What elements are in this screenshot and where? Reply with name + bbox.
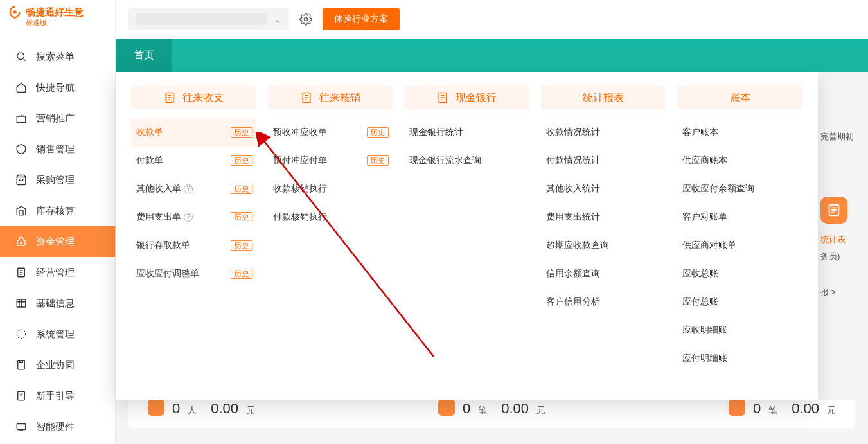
submenu-item[interactable]: 应收总账 (677, 260, 802, 288)
submenu-item-label: 收款单 (136, 127, 163, 138)
history-tag[interactable]: 历史 (367, 155, 389, 166)
nav-icon (15, 205, 27, 217)
submenu-item[interactable]: 费用支出统计 (541, 203, 666, 231)
submenu-item[interactable]: 收款情况统计 (541, 118, 666, 147)
submenu-item[interactable]: 付款核销执行 (268, 203, 393, 231)
submenu-item[interactable]: 信用余额查询 (541, 260, 666, 288)
org-selector[interactable]: ⌄ (128, 8, 289, 30)
submenu-item[interactable]: 客户对账单 (677, 203, 802, 231)
submenu-item[interactable]: 付款情况统计 (541, 147, 666, 175)
svg-rect-10 (17, 424, 26, 430)
history-tag[interactable]: 历史 (231, 240, 252, 251)
submenu-item[interactable]: 供应商对账单 (677, 231, 802, 260)
submenu-item-label: 银行存取款单 (136, 240, 190, 251)
industry-plan-button[interactable]: 体验行业方案 (323, 8, 400, 30)
submenu-item[interactable]: 预付冲应付单历史 (268, 147, 393, 175)
submenu-item-label: 客户对账单 (682, 211, 727, 223)
submenu-item[interactable]: 应付明细账 (677, 344, 802, 373)
submenu-item[interactable]: 收款核销执行 (268, 175, 393, 203)
submenu-item[interactable]: 预收冲应收单历史 (268, 118, 393, 147)
submenu-column: 现金银行现金银行统计现金银行流水查询 (404, 86, 529, 386)
history-tag[interactable]: 历史 (231, 155, 252, 166)
sidebar-item[interactable]: 快捷导航 (0, 72, 115, 103)
nav-icon (15, 236, 27, 247)
help-icon[interactable]: ? (184, 184, 193, 193)
submenu-item-label: 其他收入单 ? (136, 183, 193, 195)
submenu-item[interactable]: 其他收入统计 (541, 175, 666, 203)
submenu-item[interactable]: 应收应付调整单历史 (131, 260, 256, 288)
brand-edition: 标准版 (26, 18, 107, 28)
submenu-item-label: 供应商账本 (682, 155, 727, 166)
stat-icon (438, 399, 455, 416)
sliver-text[interactable]: 报 > (818, 283, 868, 302)
svg-point-7 (17, 330, 26, 339)
gear-icon[interactable] (299, 13, 312, 26)
sidebar-item[interactable]: 系统管理 (0, 319, 115, 350)
sidebar-item[interactable]: 搜索菜单 (0, 41, 115, 72)
sidebar-item[interactable]: 营销推广 (0, 103, 115, 134)
report-icon[interactable] (820, 197, 847, 224)
submenu-column-header: 现金银行 (404, 86, 529, 109)
tab-home[interactable]: 首页 (116, 39, 172, 72)
history-tag[interactable]: 历史 (231, 269, 252, 279)
stat-amount: 0.00 (501, 400, 529, 417)
sidebar-item[interactable]: 企业协同 (0, 350, 115, 380)
nav-icon (15, 82, 27, 93)
submenu-column: 账本客户账本供应商账本应收应付余额查询客户对账单供应商对账单应收总账应付总账应收… (677, 86, 802, 386)
svg-rect-6 (17, 299, 26, 307)
submenu-item[interactable]: 其他收入单 ?历史 (131, 175, 256, 203)
sidebar-item[interactable]: 基础信息 (0, 288, 115, 319)
submenu-item-label: 客户信用分析 (546, 296, 600, 308)
help-icon[interactable]: ? (184, 213, 193, 222)
submenu-item-label: 付款情况统计 (546, 155, 600, 166)
submenu-column-header: 统计报表 (541, 86, 666, 109)
submenu-item[interactable]: 客户信用分析 (541, 288, 666, 316)
sidebar-item[interactable]: 库存核算 (0, 195, 115, 226)
submenu-item[interactable]: 应付总账 (677, 288, 802, 316)
sidebar-item[interactable]: 新手引导 (0, 380, 115, 411)
submenu-item[interactable]: 应收明细账 (677, 316, 802, 344)
submenu-item[interactable]: 收款单历史 (131, 118, 256, 147)
submenu-item[interactable]: 费用支出单 ?历史 (131, 203, 256, 231)
submenu-item-label: 付款核销执行 (273, 211, 327, 223)
nav-label: 资金管理 (36, 236, 75, 248)
submenu-item[interactable]: 现金银行流水查询 (404, 147, 529, 175)
submenu-column-title: 账本 (730, 91, 750, 105)
submenu-item[interactable]: 超期应收款查询 (541, 231, 666, 260)
submenu-item[interactable]: 应收应付余额查询 (677, 175, 802, 203)
submenu-item[interactable]: 付款单历史 (131, 147, 256, 175)
submenu-column: 统计报表收款情况统计付款情况统计其他收入统计费用支出统计超期应收款查询信用余额查… (541, 86, 666, 386)
nav-icon (15, 359, 27, 371)
submenu-item[interactable]: 银行存取款单历史 (131, 231, 256, 260)
stat-icon (729, 399, 745, 416)
submenu-item-label: 客户账本 (682, 127, 718, 138)
history-tag[interactable]: 历史 (231, 184, 252, 194)
nav-label: 搜索菜单 (36, 51, 75, 63)
submenu-item[interactable]: 客户账本 (677, 118, 802, 147)
sidebar-item[interactable]: 采购管理 (0, 164, 115, 195)
nav-label: 智能硬件 (36, 421, 75, 433)
sidebar-item[interactable]: 经营管理 (0, 257, 115, 288)
svg-rect-2 (17, 116, 26, 123)
history-tag[interactable]: 历史 (231, 212, 252, 222)
submenu-item-label: 应收应付调整单 (136, 268, 199, 280)
nav-label: 快捷导航 (36, 82, 75, 94)
svg-point-11 (305, 18, 308, 21)
sliver-text: 务员) (818, 247, 868, 266)
history-tag[interactable]: 历史 (231, 127, 252, 138)
history-tag[interactable]: 历史 (367, 127, 389, 138)
submenu-item-label: 应付总账 (682, 296, 718, 308)
sidebar-item[interactable]: 销售管理 (0, 134, 115, 164)
submenu-item[interactable]: 现金银行统计 (404, 118, 529, 147)
sidebar-nav: 搜索菜单快捷导航营销推广销售管理采购管理库存核算资金管理经营管理基础信息系统管理… (0, 39, 115, 442)
submenu-item-label: 供应商对账单 (682, 240, 736, 251)
sidebar-item[interactable]: 智能硬件 (0, 411, 115, 442)
submenu-item-label: 现金银行统计 (409, 127, 463, 138)
submenu-item[interactable]: 供应商账本 (677, 147, 802, 175)
submenu-column-title: 往来收支 (182, 91, 224, 105)
stat-amount-unit: 元 (827, 405, 836, 416)
submenu-item-label: 信用余额查询 (546, 268, 600, 280)
sidebar-item[interactable]: 资金管理 (0, 226, 115, 257)
submenu-column-header: 账本 (677, 86, 802, 109)
nav-label: 营销推广 (36, 112, 75, 125)
